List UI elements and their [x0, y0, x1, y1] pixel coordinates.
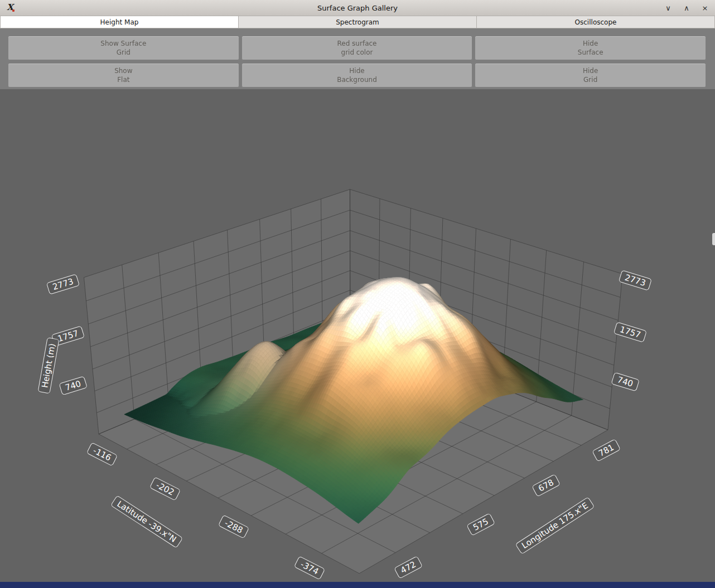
button-hide-surface[interactable]: Hide Surface — [475, 36, 706, 60]
taskbar[interactable] — [0, 582, 715, 588]
window-edge-notch — [712, 233, 715, 245]
title-bar[interactable]: X Surface Graph Gallery ∨ ∧ × — [0, 0, 715, 16]
tab-oscilloscope[interactable]: Oscilloscope — [477, 16, 715, 28]
window-close-button[interactable]: × — [700, 4, 709, 12]
window-minimize-button[interactable]: ∨ — [664, 4, 673, 12]
window-controls: ∨ ∧ × — [664, 0, 709, 16]
window-maximize-button[interactable]: ∧ — [682, 4, 691, 12]
button-red-surface-grid-color[interactable]: Red surface grid color — [241, 36, 473, 60]
tab-height-map[interactable]: Height Map — [0, 16, 239, 28]
button-hide-grid[interactable]: Hide Grid — [475, 63, 706, 88]
tab-spectrogram[interactable]: Spectrogram — [239, 16, 477, 28]
control-button-grid: Show Surface Grid Red surface grid color… — [8, 36, 706, 88]
button-hide-background[interactable]: Hide Background — [241, 63, 473, 88]
tab-bar: Height Map Spectrogram Oscilloscope — [0, 16, 715, 28]
button-show-flat[interactable]: Show Flat — [8, 63, 239, 88]
button-show-surface-grid[interactable]: Show Surface Grid — [8, 36, 239, 60]
surface-plot-canvas[interactable] — [0, 0, 715, 588]
window-title: Surface Graph Gallery — [0, 4, 715, 12]
app-icon: X — [5, 2, 15, 12]
